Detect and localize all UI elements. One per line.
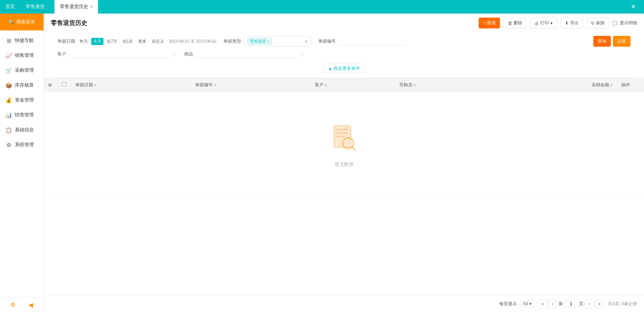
sort-amount[interactable]: 实销金额 ⇅: [592, 82, 613, 88]
sidebar-item-quick-nav[interactable]: ⊞ 快捷导航: [0, 33, 44, 48]
sort-bill-date[interactable]: 单据日期 ⇅: [75, 82, 97, 88]
goods-filter: 商品 ···: [184, 50, 304, 58]
finance-icon: 💰: [5, 97, 12, 104]
empty-illustration: [327, 122, 361, 156]
query-button[interactable]: 查询: [593, 36, 611, 47]
sidebar-item-operation[interactable]: 📊 经营管理: [0, 108, 44, 122]
sort-guide[interactable]: 导购员 ⇅: [399, 82, 416, 88]
refresh-button[interactable]: ↻ 刷新: [587, 18, 609, 28]
bill-type-dropdown-icon: ▾: [305, 39, 308, 44]
sidebar-search[interactable]: 🔍 搜索菜单: [0, 14, 44, 30]
th-actions-label: 操作: [621, 82, 630, 87]
sidebar-item-basic-info[interactable]: 📋 基础信息: [0, 122, 44, 137]
empty-row: 暂无数据: [44, 92, 644, 198]
more-btn[interactable]: 更多: [136, 38, 148, 45]
basic-info-icon: 📋: [5, 127, 12, 133]
sidebar-item-system-label: 系统管理: [15, 142, 34, 148]
sidebar-item-quick-nav-label: 快捷导航: [15, 38, 34, 44]
next-page-button[interactable]: ›: [585, 299, 594, 308]
page-unit: 页: [579, 301, 583, 307]
today-btn[interactable]: 今天: [91, 38, 103, 45]
tab-retail-return-history-label: 零售退货历史: [60, 4, 88, 10]
collapse-row: ▲ 收起更多条件: [57, 62, 630, 74]
sidebar-item-operation-label: 经营管理: [15, 112, 34, 118]
sidebar-item-sales[interactable]: 📈 销售管理: [0, 48, 44, 63]
sidebar-item-purchase-label: 采购管理: [15, 67, 34, 73]
sidebar-item-finance[interactable]: 💰 资金管理: [0, 93, 44, 108]
display-toggle[interactable]: 显示明细: [613, 20, 637, 26]
custom-btn[interactable]: 自定义: [150, 38, 166, 45]
page-nav: « ‹ 第 页 › »: [538, 299, 604, 308]
delete-button[interactable]: 🗑 删除: [503, 18, 527, 28]
sidebar-collapse-btn[interactable]: ◀: [25, 299, 36, 310]
settings-icon[interactable]: ⚙: [48, 83, 52, 88]
customer-input[interactable]: [69, 50, 170, 58]
first-page-button[interactable]: «: [538, 299, 547, 308]
sort-bill-date-icon: ⇅: [94, 83, 97, 87]
content-area: 零售退货历史 + 新增 🗑 删除 🖨 打印 ▾ ⬆ 导出: [44, 14, 644, 312]
table-header-row: ⚙ 单据日期 ⇅ 单据编号: [44, 79, 644, 92]
date-range: 2023-06-02 至 2023-06-02: [169, 39, 216, 44]
yesterday-btn[interactable]: 昨天: [78, 38, 90, 45]
filter-area: 单据日期 昨天 今天 近7天 近1月 更多 自定义 2023-06-02 至 2…: [51, 32, 637, 78]
add-button[interactable]: + 新增: [479, 18, 500, 28]
customer-expand-icon[interactable]: ···: [173, 51, 177, 57]
th-customer-label: 客户: [315, 82, 324, 88]
print-button[interactable]: 🖨 打印 ▾: [530, 18, 557, 28]
tab-retail-return-close[interactable]: ×: [47, 4, 49, 9]
empty-cell: 暂无数据: [44, 92, 644, 198]
sidebar-item-purchase[interactable]: 🛒 采购管理: [0, 63, 44, 78]
table-head: ⚙ 单据日期 ⇅ 单据编号: [44, 79, 644, 92]
sidebar-settings-btn[interactable]: ⚙: [7, 299, 18, 310]
prev-page-button[interactable]: ‹: [548, 299, 557, 308]
th-customer: 客户 ⇅: [311, 79, 395, 92]
display-toggle-checkbox[interactable]: [613, 21, 617, 25]
system-icon: ⚙: [5, 141, 12, 148]
sidebar-item-system[interactable]: ⚙ 系统管理: [0, 137, 44, 152]
th-guide-label: 导购员: [399, 82, 412, 88]
goods-expand-icon[interactable]: ···: [300, 51, 304, 57]
goods-input[interactable]: [196, 50, 297, 58]
tab-retail-return-history[interactable]: 零售退货历史 ×: [54, 0, 98, 14]
customer-filter: 客户 ···: [57, 50, 177, 58]
th-guide: 导购员 ⇅: [395, 79, 497, 92]
last-page-button[interactable]: »: [595, 299, 604, 308]
settings-button[interactable]: 设置: [613, 36, 630, 47]
svg-rect-3: [336, 136, 345, 137]
window-close-button[interactable]: ✕: [628, 1, 639, 12]
bill-type-tag-text: 零售退货: [250, 39, 266, 44]
collapse-button[interactable]: ▲ 收起更多条件: [324, 64, 364, 73]
empty-text: 暂无数据: [335, 161, 354, 168]
sidebar-item-inventory[interactable]: 📦 库存核算: [0, 78, 44, 93]
th-settings: ⚙: [44, 79, 57, 92]
pagination-bar: 每页显示 50 ▾ « ‹ 第 页 › » 共0页, 0条记录: [44, 295, 644, 312]
tab-home[interactable]: 首页: [0, 0, 20, 14]
inventory-icon: 📦: [5, 82, 12, 89]
sort-guide-icon: ⇅: [413, 83, 416, 87]
collapse-label: 收起更多条件: [334, 65, 360, 71]
tab-retail-return[interactable]: 零售退货 ×: [20, 0, 54, 14]
bill-type-tag-close[interactable]: ×: [267, 39, 269, 43]
sales-icon: 📈: [5, 52, 12, 59]
page-input[interactable]: [564, 300, 578, 307]
display-toggle-label: 显示明细: [620, 20, 637, 26]
export-button[interactable]: ⬆ 导出: [560, 18, 583, 28]
page-title-row: 零售退货历史 + 新增 🗑 删除 🖨 打印 ▾ ⬆ 导出: [51, 18, 637, 28]
svg-line-5: [352, 147, 355, 150]
sort-bill-no[interactable]: 单据编号 ⇅: [195, 82, 216, 88]
svg-rect-2: [336, 132, 348, 134]
export-icon: ⬆: [565, 21, 569, 26]
select-all-checkbox[interactable]: [62, 82, 66, 87]
sort-customer[interactable]: 客户 ⇅: [315, 82, 327, 88]
th-bill-no-label: 单据编号: [195, 82, 213, 88]
last1m-btn[interactable]: 近1月: [121, 38, 135, 45]
page-size-select[interactable]: 50 ▾: [521, 300, 534, 307]
customer-label: 客户: [57, 51, 66, 57]
page-actions: + 新增 🗑 删除 🖨 打印 ▾ ⬆ 导出 ↻: [479, 18, 637, 28]
tab-retail-return-history-close[interactable]: ×: [90, 4, 93, 9]
bill-type-select[interactable]: 零售退货 × ▾: [244, 36, 311, 47]
delete-icon: 🗑: [508, 21, 512, 26]
bill-no-input[interactable]: [338, 37, 406, 45]
sidebar-item-inventory-label: 库存核算: [15, 82, 34, 88]
last7-btn[interactable]: 近7天: [105, 38, 119, 45]
